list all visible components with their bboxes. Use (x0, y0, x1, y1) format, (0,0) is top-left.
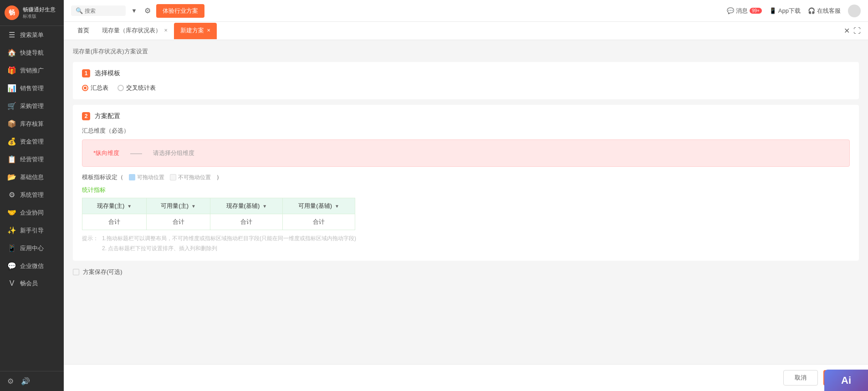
sidebar-item-marketing[interactable]: 🎁 营销推广 (0, 62, 64, 79)
sidebar-item-label: 搜索菜单 (20, 31, 44, 39)
save-checkbox[interactable] (73, 269, 79, 275)
app-name: 畅赚通好生意 (23, 6, 56, 14)
sidebar-item-enterprise[interactable]: 🤝 企业协同 (0, 204, 64, 221)
legend-fixed: 不可拖动位置 (170, 174, 211, 181)
tab-inventory[interactable]: 现存量（库存状况表） ✕ (96, 23, 174, 39)
topbar-right: 💬 消息 99+ 📱 App下载 🎧 在线客服 (727, 5, 861, 17)
topbar: 🔍 ▼ ⚙ 体验行业方案 💬 消息 99+ 📱 App下载 🎧 在线客服 (64, 0, 868, 22)
sidebar-item-inventory[interactable]: 📦 库存核算 (0, 115, 64, 133)
radio-dot-summary (82, 85, 88, 91)
tip-2: 2. 点击标题栏下拉可设置排序、插入列和删除列 (102, 244, 217, 254)
tip-1: 1.拖动标题栏可以调整布局，不可跨维度或指标区域拖动栏目字段(只能在同一维度或指… (102, 234, 356, 244)
chevron-down-icon-1[interactable]: ▼ (191, 204, 196, 209)
chevron-down-icon-0[interactable]: ▼ (127, 204, 132, 209)
tab-new-plan-label: 新建方案 (180, 26, 204, 35)
cell-00: 合计 (82, 214, 147, 230)
legend-fixed-label: 不可拖动位置 (178, 174, 211, 181)
sidebar-item-basic[interactable]: 📂 基础信息 (0, 168, 64, 186)
logo-icon: 畅 (5, 5, 19, 20)
online-service-button[interactable]: 🎧 在线客服 (808, 7, 841, 15)
search-box[interactable]: 🔍 (71, 5, 126, 16)
app-download-button[interactable]: 📱 App下载 (769, 7, 801, 15)
tab-new-plan-close-icon[interactable]: ✕ (207, 28, 210, 33)
th-current-main: 现存量(主) ▼ (82, 198, 147, 214)
sidebar-item-system[interactable]: ⚙ 系统管理 (0, 186, 64, 204)
gift-icon: 🎁 (7, 66, 16, 75)
th-available-aux: 可用量(基辅) ▼ (283, 198, 355, 214)
search-input[interactable] (85, 8, 121, 14)
settings-gear-icon[interactable]: ⚙ (144, 6, 151, 15)
sidebar-item-member[interactable]: V 畅会员 (0, 275, 64, 292)
chevron-down-icon-3[interactable]: ▼ (335, 204, 339, 209)
sidebar-item-label: 采购管理 (20, 102, 44, 110)
app-label: App下载 (778, 7, 801, 15)
cell-02: 合计 (210, 214, 283, 230)
sidebar-item-nav[interactable]: 🏠 快捷导航 (0, 44, 64, 62)
section1-header: 1 选择模板 (82, 69, 850, 77)
message-badge: 99+ (750, 8, 762, 14)
dim-placeholder: 请选择分组维度 (153, 149, 194, 157)
tab-new-plan[interactable]: 新建方案 ✕ (174, 23, 217, 39)
dim-label: *纵向维度 (93, 149, 119, 157)
service-label: 在线客服 (817, 7, 841, 15)
window-close-icon[interactable]: ✕ (844, 26, 850, 35)
sidebar-item-wechat[interactable]: 💬 企业微信 (0, 257, 64, 275)
chevron-down-icon-2[interactable]: ▼ (262, 204, 267, 209)
content-area: 现存量(库存状况表)方案设置 1 选择模板 汇总表 交叉统计表 2 (64, 40, 868, 364)
section2-title: 方案配置 (95, 112, 120, 120)
th-current-main-label: 现存量(主) (97, 202, 125, 210)
section-choose-template: 1 选择模板 汇总表 交叉统计表 (73, 62, 859, 99)
legend-fixed-box (170, 174, 176, 180)
star-icon: ✨ (7, 226, 16, 235)
sound-icon[interactable]: 🔊 (21, 377, 30, 386)
section1-title: 选择模板 (95, 69, 120, 77)
th-available-main: 可用量(主) ▼ (146, 198, 210, 214)
window-expand-icon[interactable]: ⛶ (853, 27, 861, 35)
radio-summary-table[interactable]: 汇总表 (82, 84, 108, 92)
chat-icon: 💬 (7, 262, 16, 270)
th-available-aux-label: 可用量(基辅) (298, 202, 332, 210)
tab-inventory-close-icon[interactable]: ✕ (164, 28, 168, 33)
user-avatar[interactable] (848, 5, 861, 17)
home-icon: 🏠 (7, 48, 16, 57)
sidebar-item-management[interactable]: 📋 经营管理 (0, 150, 64, 168)
sidebar-item-finance[interactable]: 💰 资金管理 (0, 133, 64, 150)
sidebar-item-label: 资金管理 (20, 138, 44, 146)
sidebar-item-label: 企业微信 (20, 262, 44, 270)
sidebar-menu: ☰ 搜索菜单 🏠 快捷导航 🎁 营销推广 📊 销售管理 🛒 采购管理 📦 库存核… (0, 26, 64, 371)
sidebar-item-label: 基础信息 (20, 173, 44, 181)
money-icon: 💰 (7, 137, 16, 146)
industry-solution-button[interactable]: 体验行业方案 (156, 4, 204, 18)
chart-icon: 📊 (7, 84, 16, 93)
sidebar-logo: 畅 畅赚通好生意 标准版 (0, 0, 64, 26)
sidebar-item-purchase[interactable]: 🛒 采购管理 (0, 97, 64, 115)
template-options: 汇总表 交叉统计表 (82, 84, 850, 92)
message-label: 消息 (736, 7, 748, 15)
dropdown-icon[interactable]: ▼ (131, 7, 137, 14)
radio-summary-label: 汇总表 (91, 84, 108, 92)
ai-badge[interactable]: Ai (824, 370, 868, 391)
sidebar-item-search[interactable]: ☰ 搜索菜单 (0, 26, 64, 44)
th-current-aux: 现存量(基辅) ▼ (210, 198, 283, 214)
message-button[interactable]: 💬 消息 99+ (727, 7, 762, 15)
tip-indent (82, 244, 98, 254)
indicator-prefix: 模板指标设定（ (82, 173, 123, 181)
sidebar-item-guide[interactable]: ✨ 新手引导 (0, 221, 64, 239)
indicator-label: 模板指标设定（ 可拖动位置 不可拖动位置 ） (82, 173, 850, 181)
sidebar-item-label: 企业协同 (20, 209, 44, 217)
radio-cross-table[interactable]: 交叉统计表 (117, 84, 156, 92)
tab-home[interactable]: 首页 (71, 23, 96, 39)
sidebar-item-sales[interactable]: 📊 销售管理 (0, 79, 64, 97)
sidebar-item-appstore[interactable]: 📱 应用中心 (0, 239, 64, 257)
tab-bar: 首页 现存量（库存状况表） ✕ 新建方案 ✕ ✕ ⛶ (64, 22, 868, 40)
sidebar-item-label: 系统管理 (20, 191, 44, 199)
dim-dash: —— (130, 150, 142, 157)
cancel-button[interactable]: 取消 (783, 370, 818, 386)
settings-icon[interactable]: ⚙ (7, 377, 14, 386)
vip-icon: V (7, 279, 16, 288)
section1-num: 1 (82, 69, 90, 77)
window-controls: ✕ ⛶ (844, 26, 861, 35)
tab-inventory-label: 现存量（库存状况表） (102, 26, 161, 35)
dimension-area[interactable]: *纵向维度 —— 请选择分组维度 (82, 139, 850, 167)
app-tag: 标准版 (23, 13, 56, 20)
